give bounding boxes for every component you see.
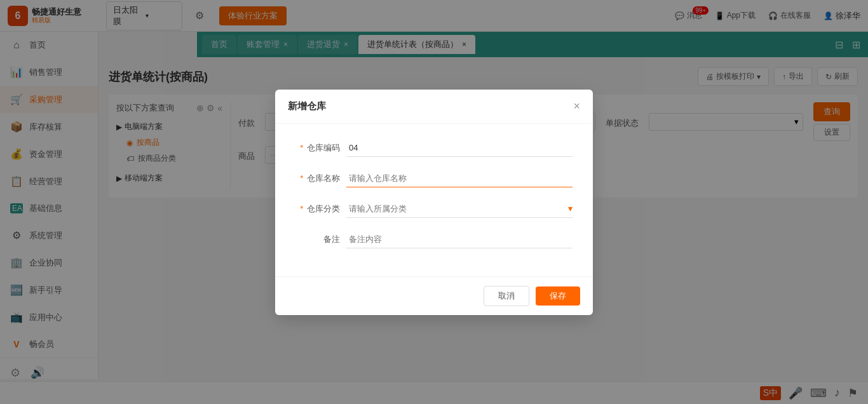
form-row-code: * 仓库编码 [295, 139, 573, 157]
note-label: 备注 [295, 234, 346, 245]
code-label: * 仓库编码 [295, 142, 346, 154]
category-input[interactable] [346, 200, 568, 217]
category-chevron-icon: ▾ [568, 203, 573, 213]
modal-footer: 取消 保存 [275, 276, 593, 315]
name-label: * 仓库名称 [295, 173, 346, 184]
required-star-code: * [300, 143, 303, 152]
name-input[interactable] [346, 170, 573, 187]
modal-body: * 仓库编码 * 仓库名称 * 仓库分类 [275, 124, 593, 276]
new-warehouse-modal: 新增仓库 × * 仓库编码 * 仓库名称 [275, 90, 593, 315]
category-label: * 仓库分类 [295, 203, 346, 215]
note-input[interactable] [346, 231, 573, 248]
category-select[interactable]: ▾ [346, 200, 573, 218]
required-star-name: * [300, 173, 303, 183]
cancel-button[interactable]: 取消 [484, 286, 529, 306]
modal-title: 新增仓库 [288, 100, 326, 112]
required-star-category: * [300, 204, 303, 213]
form-row-note: 备注 [295, 231, 573, 248]
form-row-category: * 仓库分类 ▾ [295, 200, 573, 218]
form-row-name: * 仓库名称 [295, 170, 573, 187]
modal-overlay[interactable]: 新增仓库 × * 仓库编码 * 仓库名称 [0, 0, 868, 404]
save-button[interactable]: 保存 [536, 286, 580, 306]
code-input[interactable] [346, 139, 573, 157]
modal-header: 新增仓库 × [275, 90, 593, 124]
modal-close-btn[interactable]: × [573, 100, 580, 113]
